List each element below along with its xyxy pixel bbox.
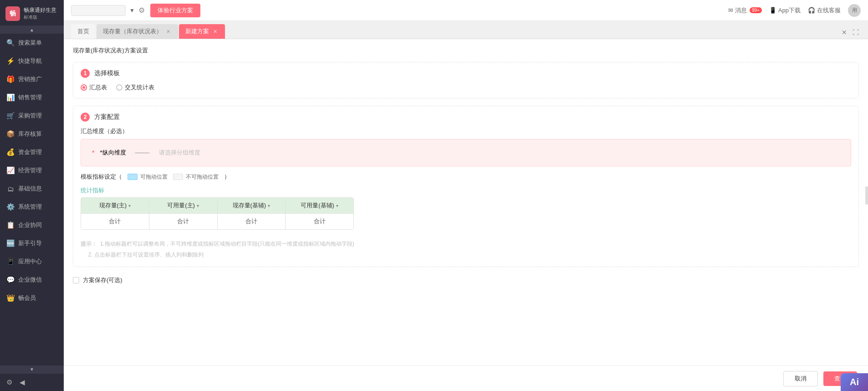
stats-col-1-header-label: 可用量(主): [167, 201, 195, 210]
tip2-row: 2. 点击标题栏下拉可设置排序、插入列和删除列: [81, 249, 851, 260]
tab-inventory[interactable]: 现存量（库存状况表） ✕: [97, 24, 178, 39]
vertical-dimension-label: *纵向维度: [100, 149, 126, 157]
marketing-icon: 🎁: [6, 75, 15, 83]
stats-table-header: 现存量(主) ▾ 合计 可用量(主) ▾ 合计: [81, 198, 353, 229]
stats-col-1-header[interactable]: 可用量(主) ▾: [149, 198, 217, 214]
customer-service-item[interactable]: 🎧 在线客服: [808, 6, 841, 15]
inventory-icon: 📦: [6, 130, 15, 138]
topbar-dropdown-icon[interactable]: ▼: [129, 7, 135, 14]
save-checkbox[interactable]: [73, 277, 79, 283]
app-edition: 标准版: [24, 14, 56, 21]
radio-cross[interactable]: 交叉统计表: [116, 83, 154, 92]
step1-header: 1 选择模板: [81, 69, 851, 78]
topbar: ▼ ⚙ 体验行业方案 ✉ 消息 99+ 📱 App下载 🎧 在线客服 用: [64, 0, 868, 21]
operation-icon: 📈: [6, 166, 15, 175]
ai-float-button[interactable]: Ai: [841, 373, 868, 391]
user-name-short: 用: [852, 7, 857, 14]
stats-col-1: 可用量(主) ▾ 合计: [149, 198, 218, 229]
sidebar-item-marketing[interactable]: 🎁 营销推广: [0, 70, 64, 88]
logo-icon: 畅: [5, 6, 20, 21]
stats-col-2-chevron[interactable]: ▾: [268, 203, 270, 208]
tip1-text: 1.拖动标题栏可以调整布局，不可跨维度或指标区域拖动栏目字段(只能在同一维度或指…: [100, 241, 354, 247]
minimize-icon[interactable]: ✕: [840, 28, 849, 37]
draggable-box: [128, 174, 138, 180]
app-download-item[interactable]: 📱 App下载: [769, 6, 801, 15]
sidebar-shortcut-label: 快捷导航: [18, 57, 42, 65]
close-paren: ）: [224, 173, 230, 181]
dimension-placeholder: 请选择分组维度: [159, 149, 200, 157]
system-icon: ⚙️: [6, 203, 15, 211]
sidebar-guide-label: 新手引导: [18, 239, 42, 247]
sidebar-wechat-label: 企业微信: [18, 276, 42, 284]
stats-col-0-header[interactable]: 现存量(主) ▾: [81, 198, 149, 214]
tip2-text: 2. 点击标题栏下拉可设置排序、插入列和删除列: [88, 252, 204, 258]
sidebar-purchase-label: 采购管理: [18, 112, 42, 120]
sidebar-item-basic[interactable]: 🗂 基础信息: [0, 180, 64, 198]
sidebar-sound-icon[interactable]: ◀: [20, 378, 25, 386]
trial-industry-button[interactable]: 体验行业方案: [150, 4, 200, 17]
tab-inventory-label: 现存量（库存状况表）: [103, 27, 162, 36]
resize-handle[interactable]: [865, 186, 868, 205]
stats-col-1-chevron[interactable]: ▾: [197, 203, 199, 208]
sidebar-item-system[interactable]: ⚙️ 系统管理: [0, 198, 64, 216]
sidebar-item-shortcut[interactable]: ⚡ 快捷导航: [0, 52, 64, 70]
stats-col-3-header[interactable]: 可用量(基辅) ▾: [286, 198, 353, 214]
sidebar-item-inventory[interactable]: 📦 库存核算: [0, 125, 64, 143]
topbar-settings-icon[interactable]: ⚙: [138, 6, 145, 15]
sidebar-scroll-up[interactable]: ▲: [0, 26, 64, 34]
basic-icon: 🗂: [6, 185, 15, 193]
step2-header: 2 方案配置: [81, 113, 851, 122]
stats-col-0-header-label: 现存量(主): [99, 201, 127, 210]
sidebar-item-search[interactable]: 🔍 搜索菜单: [0, 34, 64, 52]
dimension-label: 汇总维度（必选）: [81, 127, 851, 135]
non-draggable-indicator: 不可拖动位置: [173, 173, 219, 181]
sidebar-system-label: 系统管理: [18, 203, 42, 211]
user-avatar[interactable]: 用: [848, 4, 861, 17]
radio-cross-circle: [116, 84, 123, 91]
tips-title-text: 提示：: [81, 241, 97, 247]
sidebar-item-apps[interactable]: 📱 应用中心: [0, 252, 64, 271]
tab-home-label: 首页: [77, 27, 89, 36]
draggable-label: 可拖动位置: [140, 173, 168, 181]
tab-home[interactable]: 首页: [71, 24, 96, 39]
sidebar-item-purchase[interactable]: 🛒 采购管理: [0, 107, 64, 125]
finance-icon: 💰: [6, 148, 15, 156]
sidebar-scroll-down[interactable]: ▼: [0, 365, 64, 373]
stats-col-0-chevron[interactable]: ▾: [128, 203, 131, 208]
sidebar-item-sales[interactable]: 📊 销售管理: [0, 88, 64, 107]
sidebar-item-member[interactable]: 👑 畅会员: [0, 289, 64, 307]
search-icon: 🔍: [6, 39, 15, 47]
sidebar-item-wechat[interactable]: 💬 企业微信: [0, 271, 64, 289]
dimension-required-box[interactable]: * *纵向维度 —— 请选择分组维度: [81, 139, 851, 166]
template-indicator-row: 模板指标设定（ 可拖动位置 不可拖动位置 ）: [81, 173, 851, 181]
expand-icon[interactable]: ⛶: [851, 28, 861, 37]
sales-icon: 📊: [6, 93, 15, 102]
sidebar-settings-icon[interactable]: ⚙: [6, 378, 12, 386]
app-download-label: App下载: [778, 6, 801, 15]
stats-col-3-chevron[interactable]: ▾: [336, 203, 338, 208]
stats-col-0-body: 合计: [81, 214, 149, 229]
sidebar-item-finance[interactable]: 💰 资金管理: [0, 143, 64, 161]
sidebar-item-guide[interactable]: 🆕 新手引导: [0, 234, 64, 252]
required-star: *: [92, 149, 94, 156]
messages-item[interactable]: ✉ 消息 99+: [728, 6, 762, 15]
sidebar-item-operation[interactable]: 📈 经营管理: [0, 161, 64, 180]
stats-col-2: 现存量(基辅) ▾ 合计: [218, 198, 286, 229]
service-icon: 🎧: [808, 7, 815, 14]
stats-col-2-header[interactable]: 现存量(基辅) ▾: [218, 198, 286, 214]
tab-new-close[interactable]: ✕: [212, 28, 219, 35]
sidebar-bottom: ⚙ ◀: [0, 373, 64, 391]
stats-col-3-header-label: 可用量(基辅): [301, 201, 334, 210]
sidebar-finance-label: 资金管理: [18, 148, 42, 156]
download-icon: 📱: [769, 7, 776, 14]
message-icon: ✉: [728, 7, 733, 14]
cancel-button[interactable]: 取消: [783, 371, 818, 386]
tab-inventory-close[interactable]: ✕: [165, 28, 172, 35]
stats-col-3: 可用量(基辅) ▾ 合计: [286, 198, 353, 229]
tab-new[interactable]: 新建方案 ✕: [179, 24, 225, 39]
shortcut-icon: ⚡: [6, 57, 15, 65]
sidebar-operation-label: 经营管理: [18, 166, 42, 175]
nav-search-input[interactable]: [71, 5, 126, 16]
sidebar-item-contract[interactable]: 📋 企业协同: [0, 216, 64, 234]
radio-summary[interactable]: 汇总表: [81, 83, 107, 92]
